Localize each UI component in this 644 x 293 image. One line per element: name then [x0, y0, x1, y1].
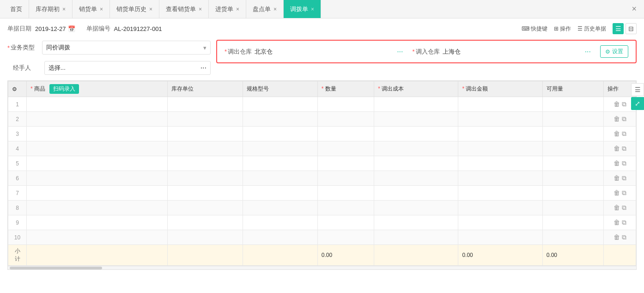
window-close-icon[interactable]: × — [632, 4, 637, 14]
delete-icon[interactable]: 🗑 — [614, 189, 620, 197]
delete-icon[interactable]: 🗑 — [614, 233, 620, 241]
qty-cell[interactable] — [317, 127, 374, 141]
copy-icon[interactable]: ⧉ — [622, 174, 626, 182]
amount-cell[interactable] — [458, 230, 542, 245]
amount-cell[interactable] — [458, 97, 542, 112]
unit-cell[interactable] — [168, 186, 243, 201]
delete-icon[interactable]: 🗑 — [614, 174, 620, 182]
copy-icon[interactable]: ⧉ — [622, 233, 626, 241]
product-cell[interactable] — [27, 112, 168, 127]
qty-cell[interactable] — [317, 97, 374, 112]
copy-icon[interactable]: ⧉ — [622, 219, 626, 226]
handler-select[interactable]: 选择... ··· — [44, 61, 211, 75]
spec-cell[interactable] — [243, 112, 317, 127]
unit-cell[interactable] — [168, 127, 243, 141]
cost-cell[interactable] — [374, 97, 458, 112]
settings-button[interactable]: ⚙ 设置 — [600, 45, 628, 58]
copy-icon[interactable]: ⧉ — [622, 130, 626, 138]
delete-icon[interactable]: 🗑 — [614, 204, 620, 212]
spec-cell[interactable] — [243, 141, 317, 156]
product-cell[interactable] — [27, 141, 168, 156]
product-cell[interactable] — [27, 97, 168, 112]
tab-sales-history[interactable]: 销货单历史 × — [110, 0, 159, 18]
business-type-select[interactable]: 同价调拨 ▾ — [42, 41, 211, 55]
product-cell[interactable] — [27, 230, 168, 245]
spec-cell[interactable] — [243, 127, 317, 141]
cost-cell[interactable] — [374, 156, 458, 171]
list-view-btn[interactable]: ☰ — [613, 23, 624, 34]
tab-sales-order[interactable]: 销货单 × — [73, 0, 110, 18]
spec-cell[interactable] — [243, 230, 317, 245]
product-cell[interactable] — [27, 186, 168, 201]
product-cell[interactable] — [27, 156, 168, 171]
close-icon[interactable]: × — [62, 6, 66, 12]
unit-cell[interactable] — [168, 112, 243, 127]
tab-transfer[interactable]: 调拨单 × — [284, 0, 321, 18]
delete-icon[interactable]: 🗑 — [614, 219, 620, 226]
close-icon[interactable]: × — [100, 6, 103, 12]
close-icon[interactable]: × — [311, 6, 314, 12]
cost-cell[interactable] — [374, 171, 458, 186]
copy-icon[interactable]: ⧉ — [622, 115, 626, 123]
amount-cell[interactable] — [458, 201, 542, 215]
amount-cell[interactable] — [458, 141, 542, 156]
more-icon[interactable]: ··· — [397, 48, 403, 56]
qty-cell[interactable] — [317, 201, 374, 215]
amount-cell[interactable] — [458, 171, 542, 186]
spec-cell[interactable] — [243, 186, 317, 201]
tab-view-sales[interactable]: 查看销货单 × — [159, 0, 209, 18]
delete-icon[interactable]: 🗑 — [614, 100, 620, 108]
cost-cell[interactable] — [374, 112, 458, 127]
product-cell[interactable] — [27, 201, 168, 215]
side-list-icon[interactable]: ☰ — [631, 83, 644, 96]
unit-cell[interactable] — [168, 215, 243, 230]
spec-cell[interactable] — [243, 201, 317, 215]
scan-button[interactable]: 扫码录入 — [49, 84, 79, 94]
close-icon[interactable]: × — [236, 6, 239, 12]
amount-cell[interactable] — [458, 112, 542, 127]
unit-cell[interactable] — [168, 230, 243, 245]
tab-inventory-init[interactable]: 库存期初 × — [29, 0, 73, 18]
qty-cell[interactable] — [317, 141, 374, 156]
delete-icon[interactable]: 🗑 — [614, 115, 620, 123]
cost-cell[interactable] — [374, 186, 458, 201]
shortcut-btn[interactable]: ⌨ 快捷键 — [522, 25, 547, 33]
product-cell[interactable] — [27, 127, 168, 141]
qty-cell[interactable] — [317, 171, 374, 186]
tab-purchase[interactable]: 进货单 × — [209, 0, 246, 18]
side-expand-icon[interactable]: ⤢ — [631, 97, 644, 110]
unit-cell[interactable] — [168, 171, 243, 186]
copy-icon[interactable]: ⧉ — [622, 204, 626, 212]
delete-icon[interactable]: 🗑 — [614, 130, 620, 138]
product-cell[interactable] — [27, 215, 168, 230]
amount-cell[interactable] — [458, 127, 542, 141]
cost-cell[interactable] — [374, 215, 458, 230]
spec-cell[interactable] — [243, 97, 317, 112]
product-cell[interactable] — [27, 171, 168, 186]
close-icon[interactable]: × — [199, 6, 202, 12]
tab-inventory-check[interactable]: 盘点单 × — [246, 0, 284, 18]
spec-cell[interactable] — [243, 156, 317, 171]
cost-cell[interactable] — [374, 141, 458, 156]
spec-cell[interactable] — [243, 215, 317, 230]
unit-cell[interactable] — [168, 156, 243, 171]
copy-icon[interactable]: ⧉ — [622, 145, 626, 153]
copy-icon[interactable]: ⧉ — [622, 159, 626, 167]
copy-icon[interactable]: ⧉ — [622, 189, 626, 197]
unit-cell[interactable] — [168, 141, 243, 156]
unit-cell[interactable] — [168, 201, 243, 215]
scrollbar[interactable] — [8, 266, 636, 269]
qty-cell[interactable] — [317, 230, 374, 245]
qty-cell[interactable] — [317, 186, 374, 201]
grid-view-btn[interactable]: ⊟ — [626, 23, 637, 34]
more-icon[interactable]: ··· — [585, 48, 591, 56]
qty-cell[interactable] — [317, 156, 374, 171]
cost-cell[interactable] — [374, 230, 458, 245]
delete-icon[interactable]: 🗑 — [614, 159, 620, 167]
close-icon[interactable]: × — [149, 6, 152, 12]
spec-cell[interactable] — [243, 171, 317, 186]
amount-cell[interactable] — [458, 215, 542, 230]
copy-icon[interactable]: ⧉ — [622, 100, 626, 108]
calendar-icon[interactable]: 📅 — [68, 25, 75, 32]
history-btn[interactable]: ☰ 历史单据 — [577, 25, 606, 33]
